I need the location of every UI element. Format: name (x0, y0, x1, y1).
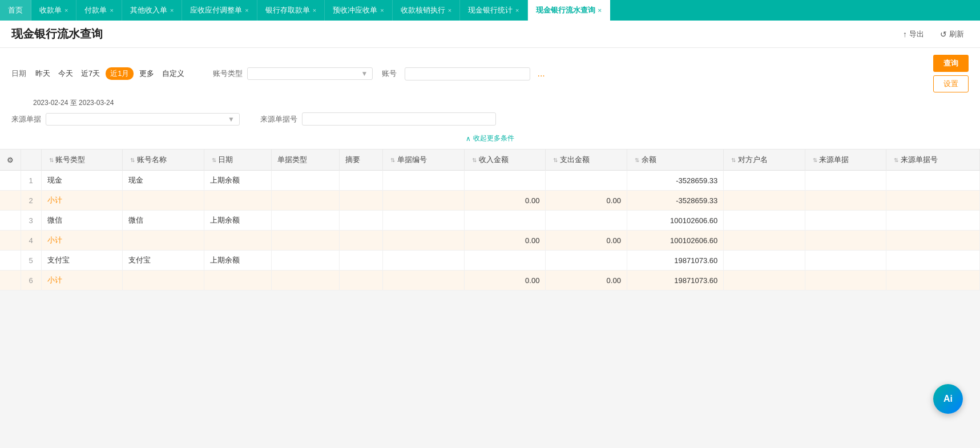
row-balance: 100102606.60 (627, 231, 723, 251)
row-num: 6 (21, 271, 41, 290)
close-icon[interactable]: × (64, 7, 68, 14)
sort-icon: ⇅ (635, 157, 639, 163)
nav-item-receipt-exec[interactable]: 收款核销执行 × (393, 0, 460, 21)
refresh-button[interactable]: ↺ 刷新 (935, 27, 969, 42)
date-label: 日期 (11, 68, 30, 79)
close-icon[interactable]: × (380, 7, 384, 14)
col-source-doc[interactable]: ⇅ 来源单据 (805, 150, 886, 171)
row-income (464, 171, 546, 191)
row-expense: 0.00 (546, 271, 627, 290)
account-input-wrap (405, 67, 530, 80)
close-icon[interactable]: × (245, 7, 248, 14)
row-balance: 19871073.60 (627, 271, 723, 290)
row-doc-no (383, 191, 465, 211)
date-range-text: 2023-02-24 至 2023-03-24 (33, 98, 114, 108)
close-icon[interactable]: × (448, 7, 451, 14)
row-account-name: 支付宝 (123, 251, 204, 271)
row-source-doc-no (886, 211, 980, 231)
col-num (21, 150, 41, 171)
date-yesterday-btn[interactable]: 昨天 (33, 67, 53, 80)
action-buttons: 查询 设置 (933, 55, 969, 92)
nav-item-home[interactable]: 首页 (0, 0, 31, 21)
row-account-name: 现金 (123, 171, 204, 191)
col-expense[interactable]: ⇅ 支出金额 (546, 150, 627, 171)
date-more-btn[interactable]: 更多 (137, 67, 156, 80)
export-icon: ↑ (903, 30, 907, 39)
row-source-doc-no (886, 251, 980, 271)
nav-item-payment[interactable]: 付款单 × (76, 0, 122, 21)
row-gear (0, 171, 21, 191)
col-source-doc-no[interactable]: ⇅ 来源单据号 (886, 150, 980, 171)
filter-area: 日期 昨天 今天 近7天 近1月 更多 自定义 账号类型 ▼ 账号 .. (0, 48, 980, 150)
source-doc-select[interactable]: ▼ (46, 113, 240, 126)
row-date: 上期余额 (204, 251, 272, 271)
row-gear (0, 191, 21, 211)
date-7days-btn[interactable]: 近7天 (79, 67, 102, 80)
row-source-doc-no (886, 271, 980, 290)
col-account-type[interactable]: ⇅ 账号类型 (41, 150, 123, 171)
row-source-doc (805, 251, 886, 271)
row-income (464, 211, 546, 231)
source-doc-no-input[interactable] (307, 115, 491, 123)
source-doc-filter-group: 来源单据 ▼ (11, 113, 240, 126)
chevron-down-icon: ▼ (228, 115, 235, 123)
nav-item-prepayment[interactable]: 预收冲应收单 × (325, 0, 392, 21)
account-input[interactable] (410, 70, 525, 78)
table-row[interactable]: 6 小计 0.00 0.00 19871073.60 (0, 271, 980, 290)
col-gear[interactable]: ⚙ (0, 150, 21, 171)
nav-item-other-income[interactable]: 其他收入单 × (122, 0, 182, 21)
table-row[interactable]: 4 小计 0.00 0.00 100102606.60 (0, 231, 980, 251)
account-type-select[interactable]: ▼ (247, 67, 373, 80)
top-navigation: 首页 收款单 × 付款单 × 其他收入单 × 应收应付调整单 × 银行存取款单 … (0, 0, 980, 21)
query-button[interactable]: 查询 (933, 55, 969, 72)
row-account-name: 微信 (123, 211, 204, 231)
close-icon[interactable]: × (515, 7, 519, 14)
row-income: 0.00 (464, 271, 546, 290)
collapse-bar[interactable]: ∧ 收起更多条件 (11, 131, 969, 144)
account-dots-btn[interactable]: ... (535, 68, 547, 79)
settings-button[interactable]: 设置 (933, 75, 969, 92)
account-label: 账号 (382, 68, 400, 79)
nav-item-ar-adjustment[interactable]: 应收应付调整单 × (182, 0, 257, 21)
collapse-up-icon: ∧ (466, 135, 471, 143)
date-1month-btn[interactable]: 近1月 (106, 67, 134, 80)
table-row[interactable]: 2 小计 0.00 0.00 -3528659.33 (0, 191, 980, 211)
nav-item-bank-flow[interactable]: 现金银行流水查询 × (528, 0, 610, 21)
nav-item-bank-stats[interactable]: 现金银行统计 × (460, 0, 527, 21)
close-icon[interactable]: × (313, 7, 316, 14)
row-account-type: 小计 (41, 231, 123, 251)
col-doc-no[interactable]: ⇅ 单据编号 (383, 150, 465, 171)
table-row[interactable]: 5 支付宝 支付宝 上期余额 19871073.60 (0, 251, 980, 271)
date-today-btn[interactable]: 今天 (56, 67, 75, 80)
col-counterparty[interactable]: ⇅ 对方户名 (724, 150, 805, 171)
source-doc-label: 来源单据 (11, 114, 41, 124)
close-icon[interactable]: × (170, 7, 174, 14)
nav-item-bank-deposit[interactable]: 银行存取款单 × (257, 0, 325, 21)
source-doc-no-input-wrap (302, 112, 496, 126)
row-gear (0, 251, 21, 271)
row-counterparty (724, 211, 805, 231)
table-row[interactable]: 1 现金 现金 上期余额 -3528659.33 (0, 171, 980, 191)
row-doc-type (272, 231, 340, 251)
date-quick-buttons: 昨天 今天 近7天 近1月 更多 自定义 (33, 67, 187, 80)
row-expense: 0.00 (546, 191, 627, 211)
col-income[interactable]: ⇅ 收入金额 (464, 150, 546, 171)
source-doc-no-filter-group: 来源单据号 (260, 112, 496, 126)
data-table-container: ⚙ ⇅ 账号类型 ⇅ 账号名称 ⇅ 日期 单据类型 摘要 (0, 150, 980, 290)
account-type-label: 账号类型 (213, 68, 243, 79)
col-account-name[interactable]: ⇅ 账号名称 (123, 150, 204, 171)
nav-item-receipt[interactable]: 收款单 × (31, 0, 76, 21)
table-row[interactable]: 3 微信 微信 上期余额 100102606.60 (0, 211, 980, 231)
col-balance[interactable]: ⇅ 余额 (627, 150, 723, 171)
close-icon[interactable]: × (598, 7, 602, 14)
row-doc-type (272, 251, 340, 271)
col-date[interactable]: ⇅ 日期 (204, 150, 272, 171)
row-counterparty (724, 171, 805, 191)
page-title: 现金银行流水查询 (11, 26, 103, 42)
row-summary (339, 191, 382, 211)
export-button[interactable]: ↑ 导出 (898, 27, 929, 42)
row-source-doc (805, 231, 886, 251)
date-custom-btn[interactable]: 自定义 (160, 67, 187, 80)
close-icon[interactable]: × (110, 7, 113, 14)
row-source-doc (805, 271, 886, 290)
